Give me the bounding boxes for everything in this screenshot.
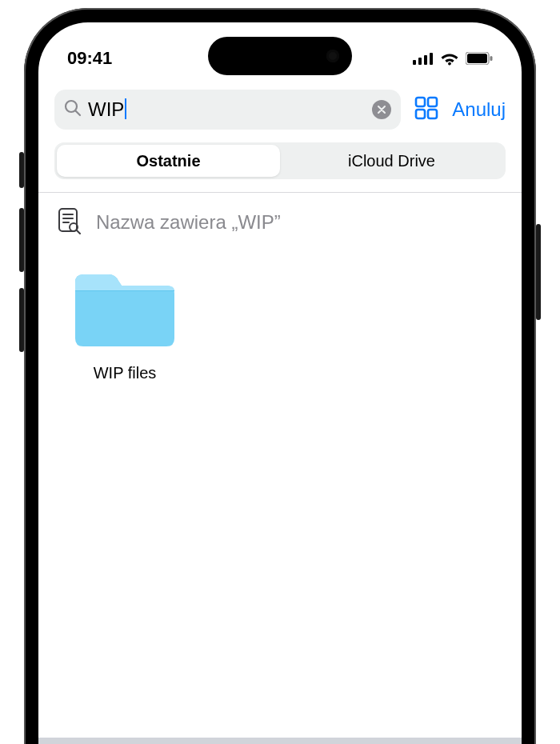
search-input[interactable]: WIP [88, 98, 366, 122]
svg-line-18 [77, 230, 80, 234]
scope-segmented-control: Ostatnie iCloud Drive [54, 142, 506, 179]
folder-icon [69, 265, 181, 356]
svg-rect-9 [416, 98, 425, 106]
status-time: 09:41 [67, 48, 112, 69]
svg-rect-5 [467, 54, 487, 63]
svg-rect-0 [413, 60, 416, 65]
svg-rect-13 [59, 209, 77, 231]
folder-label: WIP files [94, 364, 157, 382]
svg-line-8 [76, 111, 81, 116]
status-right [413, 51, 493, 66]
phone-frame: 09:41 WIP [24, 8, 536, 744]
svg-rect-3 [430, 53, 433, 65]
keyboard: q w e r t y u i o p [38, 738, 522, 744]
view-mode-button[interactable] [414, 95, 439, 124]
search-bar-row: WIP Anuluj [38, 80, 522, 138]
folder-item[interactable]: WIP files [61, 265, 189, 382]
svg-rect-6 [490, 56, 493, 61]
svg-rect-2 [424, 55, 427, 65]
wifi-icon [440, 51, 459, 66]
svg-rect-12 [428, 110, 437, 118]
text-caret [125, 98, 126, 119]
signal-icon [413, 52, 434, 65]
volume-up-button [19, 208, 24, 272]
search-suggestion[interactable]: Nazwa zawiera „WIP” [38, 193, 522, 242]
power-button [536, 224, 541, 320]
results-grid: WIP files [38, 242, 522, 405]
volume-down-button [19, 288, 24, 352]
battery-icon [466, 52, 493, 65]
clear-button[interactable] [372, 100, 391, 119]
svg-rect-10 [428, 98, 437, 106]
scope-icloud[interactable]: iCloud Drive [280, 145, 503, 177]
suggestion-text: Nazwa zawiera „WIP” [96, 211, 281, 234]
search-field[interactable]: WIP [54, 90, 401, 130]
svg-rect-1 [418, 58, 422, 65]
dynamic-island [208, 37, 352, 75]
svg-rect-11 [416, 110, 425, 118]
side-button [19, 152, 24, 188]
search-icon [64, 99, 82, 120]
search-value: WIP [88, 98, 124, 120]
cancel-button[interactable]: Anuluj [452, 98, 506, 121]
screen: 09:41 WIP [38, 22, 522, 744]
document-search-icon [58, 207, 82, 238]
scope-recent[interactable]: Ostatnie [57, 145, 280, 177]
